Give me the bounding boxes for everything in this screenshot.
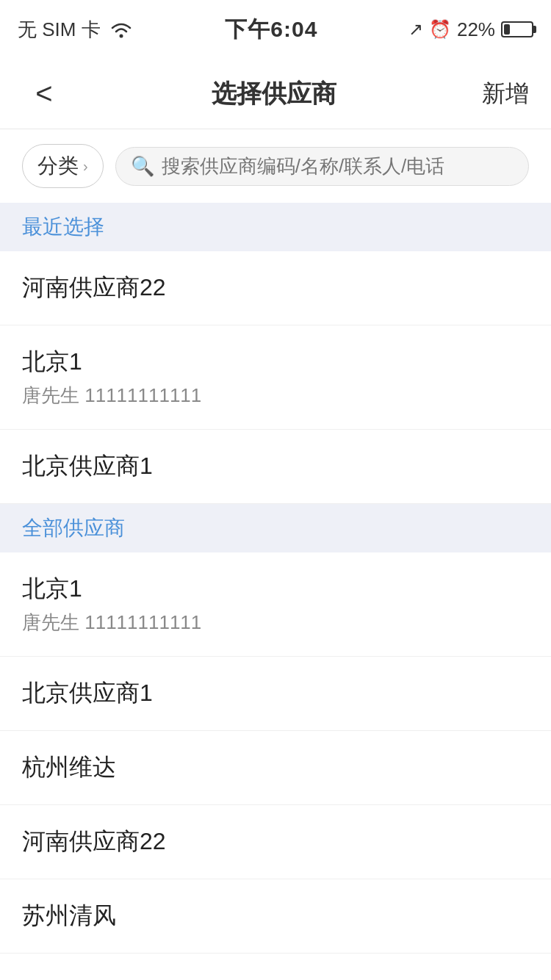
list-item[interactable]: 北京供应商1 <box>0 657 551 731</box>
chevron-right-icon: › <box>83 158 88 175</box>
item-name: 苏州清风 <box>22 900 529 932</box>
add-button[interactable]: 新增 <box>482 78 529 110</box>
item-name: 杭州维达 <box>22 752 529 784</box>
filter-bar: 分类 › 🔍 <box>0 129 551 203</box>
list-item[interactable]: 河南供应商22 <box>0 805 551 879</box>
search-box[interactable]: 🔍 <box>115 147 529 186</box>
search-icon: 🔍 <box>131 155 154 178</box>
all-list: 北京1 唐先生 11111111111 北京供应商1杭州维达河南供应商22苏州清… <box>0 552 551 954</box>
all-section-header: 全部供应商 <box>0 504 551 552</box>
item-name: 北京供应商1 <box>22 677 529 710</box>
svg-point-0 <box>119 35 123 38</box>
item-name: 北京1 <box>22 346 529 378</box>
list-item[interactable]: 北京1 唐先生 11111111111 <box>0 325 551 430</box>
recent-list: 河南供应商22 北京1 唐先生 11111111111 北京供应商1 <box>0 251 551 504</box>
item-name: 北京供应商1 <box>22 450 529 483</box>
item-name: 北京1 <box>22 573 529 605</box>
item-sub: 唐先生 11111111111 <box>22 610 529 635</box>
list-item[interactable]: 苏州清风 <box>0 879 551 954</box>
category-label: 分类 <box>37 152 79 180</box>
alarm-icon: ⏰ <box>429 19 451 40</box>
location-icon: ↗ <box>408 19 423 40</box>
list-item[interactable]: 河南供应商22 <box>0 251 551 325</box>
nav-bar: < 选择供应商 新增 <box>0 59 551 129</box>
list-item[interactable]: 北京1 唐先生 11111111111 <box>0 552 551 657</box>
list-item[interactable]: 杭州维达 <box>0 731 551 805</box>
list-item[interactable]: 北京供应商1 <box>0 430 551 504</box>
item-name: 河南供应商22 <box>22 272 529 304</box>
recent-section-header: 最近选择 <box>0 203 551 251</box>
wifi-icon <box>108 20 134 39</box>
status-bar: 无 SIM 卡 下午6:04 ↗ ⏰ 22% <box>0 0 551 59</box>
status-left: 无 SIM 卡 <box>18 17 134 43</box>
battery-percentage: 22% <box>457 18 495 41</box>
item-sub: 唐先生 11111111111 <box>22 383 529 408</box>
status-right: ↗ ⏰ 22% <box>408 18 533 41</box>
category-button[interactable]: 分类 › <box>22 144 104 188</box>
back-button[interactable]: < <box>22 72 66 116</box>
search-input[interactable] <box>162 155 514 178</box>
battery-icon <box>501 21 533 37</box>
no-sim-text: 无 SIM 卡 <box>18 17 101 43</box>
item-name: 河南供应商22 <box>22 826 529 858</box>
page-title: 选择供应商 <box>212 77 336 111</box>
status-time: 下午6:04 <box>225 15 317 45</box>
